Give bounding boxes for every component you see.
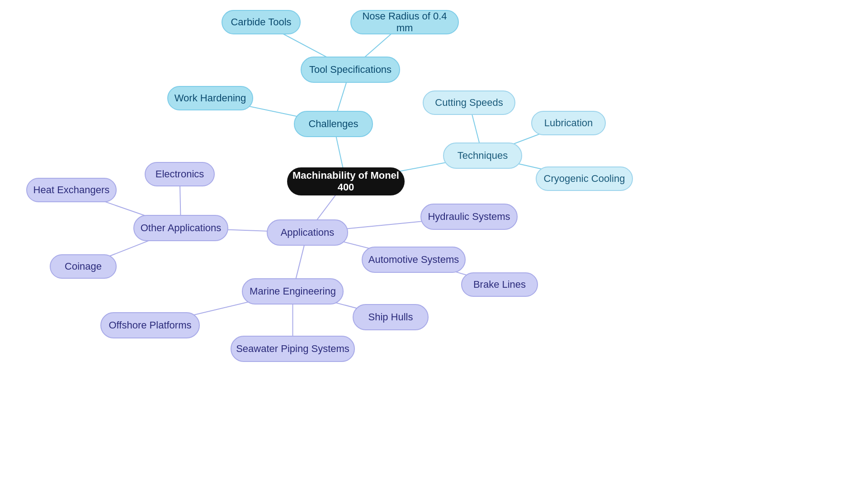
heat-exchangers-label: Heat Exchangers: [30, 184, 113, 196]
hydraulic-systems-node[interactable]: Hydraulic Systems: [420, 204, 518, 230]
center-label: Machinability of Monel 400: [287, 170, 405, 194]
work-hardening-node[interactable]: Work Hardening: [167, 86, 253, 110]
seawater-piping-node[interactable]: Seawater Piping Systems: [231, 336, 355, 362]
applications-label: Applications: [277, 227, 338, 238]
cryogenic-cooling-node[interactable]: Cryogenic Cooling: [536, 167, 633, 191]
offshore-platforms-label: Offshore Platforms: [105, 319, 195, 331]
brake-lines-node[interactable]: Brake Lines: [461, 272, 538, 297]
coinage-label: Coinage: [61, 261, 105, 272]
center-node[interactable]: Machinability of Monel 400: [287, 167, 405, 195]
nose-radius-label: Nose Radius of 0.4 mm: [351, 10, 458, 34]
challenges-node[interactable]: Challenges: [294, 111, 373, 137]
cutting-speeds-label: Cutting Speeds: [431, 97, 506, 109]
offshore-platforms-node[interactable]: Offshore Platforms: [100, 312, 200, 338]
marine-engineering-label: Marine Engineering: [246, 285, 340, 297]
applications-node[interactable]: Applications: [267, 219, 348, 246]
hydraulic-systems-label: Hydraulic Systems: [424, 211, 514, 223]
tool-specs-node[interactable]: Tool Specifications: [301, 57, 400, 83]
nose-radius-node[interactable]: Nose Radius of 0.4 mm: [350, 10, 459, 34]
electronics-label: Electronics: [152, 168, 208, 180]
work-hardening-label: Work Hardening: [171, 92, 250, 104]
lubrication-label: Lubrication: [541, 117, 597, 129]
techniques-label: Techniques: [454, 150, 511, 162]
heat-exchangers-node[interactable]: Heat Exchangers: [26, 178, 117, 202]
coinage-node[interactable]: Coinage: [50, 254, 117, 279]
other-applications-label: Other Applications: [137, 222, 225, 234]
challenges-label: Challenges: [305, 118, 362, 130]
other-applications-node[interactable]: Other Applications: [133, 215, 228, 241]
seawater-piping-label: Seawater Piping Systems: [232, 343, 353, 355]
cutting-speeds-node[interactable]: Cutting Speeds: [423, 90, 515, 115]
carbide-tools-label: Carbide Tools: [227, 16, 295, 28]
techniques-node[interactable]: Techniques: [443, 143, 522, 169]
automotive-systems-node[interactable]: Automotive Systems: [362, 247, 466, 273]
lubrication-node[interactable]: Lubrication: [531, 111, 606, 135]
marine-engineering-node[interactable]: Marine Engineering: [242, 278, 344, 304]
ship-hulls-node[interactable]: Ship Hulls: [353, 304, 429, 330]
carbide-tools-node[interactable]: Carbide Tools: [222, 10, 301, 34]
cryogenic-cooling-label: Cryogenic Cooling: [540, 173, 629, 185]
electronics-node[interactable]: Electronics: [145, 162, 215, 186]
ship-hulls-label: Ship Hulls: [364, 311, 416, 323]
brake-lines-label: Brake Lines: [470, 279, 529, 290]
automotive-systems-label: Automotive Systems: [365, 254, 463, 266]
tool-specs-label: Tool Specifications: [306, 64, 395, 76]
